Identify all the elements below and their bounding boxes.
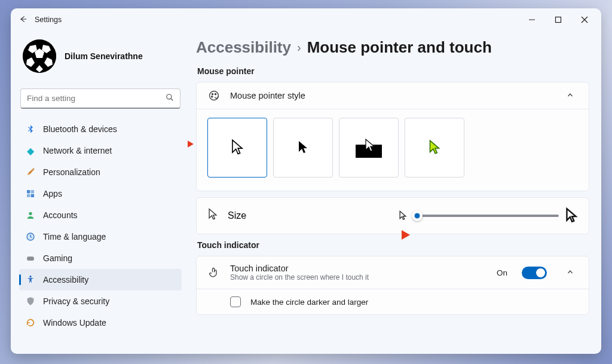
sidebar-item-label: Bluetooth & devices bbox=[43, 124, 117, 134]
svg-point-17 bbox=[29, 212, 32, 215]
section-title-pointer: Mouse pointer bbox=[197, 66, 589, 76]
minimize-button[interactable] bbox=[519, 11, 545, 29]
chevron-up-icon[interactable] bbox=[562, 91, 578, 100]
sidebar-item-label: Privacy & security bbox=[43, 296, 109, 306]
sidebar: Dilum Senevirathne Bluetooth & devices◆N… bbox=[11, 31, 188, 354]
touch-darker-row: Make the circle darker and larger bbox=[197, 289, 589, 314]
toggle-state-label: On bbox=[497, 268, 507, 277]
titlebar: Settings bbox=[11, 8, 601, 31]
cursor-small-icon bbox=[399, 210, 407, 221]
svg-rect-14 bbox=[31, 190, 34, 193]
touch-indicator-label: Touch indicator bbox=[230, 264, 369, 273]
touch-icon bbox=[207, 267, 221, 279]
pointer-style-header[interactable]: Mouse pointer style bbox=[197, 82, 589, 109]
window-controls bbox=[519, 11, 598, 29]
svg-rect-19 bbox=[27, 256, 34, 261]
palette-icon bbox=[207, 90, 221, 102]
apps-icon bbox=[25, 188, 36, 199]
pointer-style-black[interactable] bbox=[273, 118, 333, 178]
sidebar-item-label: Time & language bbox=[43, 232, 106, 241]
svg-rect-1 bbox=[556, 17, 561, 23]
sidebar-item-bluetooth-devices[interactable]: Bluetooth & devices bbox=[19, 118, 182, 140]
pointer-style-custom[interactable] bbox=[405, 118, 464, 178]
maximize-button[interactable] bbox=[545, 11, 571, 29]
svg-rect-15 bbox=[27, 194, 30, 197]
breadcrumb: Accessibility › Mouse pointer and touch bbox=[196, 38, 589, 57]
slider-thumb[interactable] bbox=[412, 210, 423, 221]
sidebar-item-label: Accounts bbox=[43, 210, 78, 220]
svg-point-22 bbox=[212, 93, 213, 94]
clock-icon bbox=[25, 231, 36, 242]
sidebar-item-label: Gaming bbox=[43, 253, 72, 263]
annotation-arrow-2 bbox=[384, 227, 411, 243]
pointer-size-slider[interactable] bbox=[413, 215, 559, 217]
sidebar-item-accessibility[interactable]: Accessibility bbox=[19, 269, 182, 290]
svg-point-21 bbox=[210, 91, 219, 100]
cursor-icon bbox=[207, 208, 218, 224]
chevron-right-icon: › bbox=[297, 41, 301, 54]
sidebar-item-label: Personalization bbox=[43, 167, 100, 177]
close-button[interactable] bbox=[571, 11, 598, 29]
wifi-icon: ◆ bbox=[25, 145, 36, 156]
svg-point-23 bbox=[215, 93, 216, 94]
bluetooth-icon bbox=[25, 124, 36, 134]
accessibility-icon bbox=[25, 274, 36, 285]
touch-indicator-toggle[interactable] bbox=[522, 267, 547, 279]
sidebar-item-time-language[interactable]: Time & language bbox=[19, 226, 182, 247]
pointer-style-white[interactable] bbox=[207, 118, 267, 178]
profile-block[interactable]: Dilum Senevirathne bbox=[19, 31, 182, 88]
breadcrumb-parent[interactable]: Accessibility bbox=[196, 38, 291, 57]
pointer-size-label: Size bbox=[228, 210, 246, 221]
sidebar-item-accounts[interactable]: Accounts bbox=[19, 204, 182, 226]
sidebar-item-label: Apps bbox=[43, 189, 62, 198]
search-box[interactable] bbox=[20, 88, 180, 109]
pointer-style-inverted[interactable] bbox=[339, 118, 399, 178]
svg-point-20 bbox=[29, 276, 31, 277]
shield-icon bbox=[25, 296, 36, 307]
brush-icon bbox=[25, 167, 36, 178]
sidebar-item-personalization[interactable]: Personalization bbox=[19, 161, 182, 183]
sidebar-item-windows-update[interactable]: Windows Update bbox=[19, 312, 182, 334]
sidebar-item-privacy-security[interactable]: Privacy & security bbox=[19, 290, 182, 312]
pointer-style-card: Mouse pointer style bbox=[196, 82, 589, 191]
svg-rect-16 bbox=[31, 194, 34, 197]
touch-indicator-sub: Show a circle on the screen where I touc… bbox=[230, 273, 369, 282]
svg-line-12 bbox=[171, 99, 173, 101]
game-icon bbox=[25, 253, 36, 264]
page-title: Mouse pointer and touch bbox=[307, 38, 492, 57]
person-icon bbox=[25, 210, 36, 221]
touch-indicator-card: Touch indicator Show a circle on the scr… bbox=[196, 256, 589, 315]
pointer-style-label: Mouse pointer style bbox=[230, 91, 305, 100]
sidebar-item-label: Windows Update bbox=[43, 318, 106, 328]
cursor-large-icon bbox=[565, 207, 578, 224]
sidebar-item-label: Accessibility bbox=[43, 275, 88, 285]
sidebar-item-gaming[interactable]: Gaming bbox=[19, 247, 182, 269]
search-input[interactable] bbox=[27, 94, 166, 103]
back-button[interactable] bbox=[14, 15, 32, 25]
touch-indicator-row: Touch indicator Show a circle on the scr… bbox=[197, 256, 589, 289]
window-title: Settings bbox=[35, 16, 62, 24]
touch-darker-checkbox[interactable] bbox=[230, 296, 241, 307]
svg-rect-13 bbox=[27, 190, 30, 193]
svg-point-24 bbox=[212, 96, 213, 97]
annotation-arrow-1 bbox=[188, 136, 195, 152]
sidebar-item-apps[interactable]: Apps bbox=[19, 183, 182, 204]
main-panel: Accessibility › Mouse pointer and touch … bbox=[188, 31, 601, 354]
sidebar-item-label: Network & internet bbox=[43, 146, 112, 155]
sidebar-item-network-internet[interactable]: ◆Network & internet bbox=[19, 140, 182, 161]
avatar bbox=[23, 39, 56, 73]
pointer-style-options bbox=[197, 109, 589, 191]
svg-point-11 bbox=[167, 94, 172, 99]
pointer-size-slider-group bbox=[399, 207, 578, 224]
profile-name: Dilum Senevirathne bbox=[65, 51, 143, 61]
chevron-up-icon[interactable] bbox=[562, 268, 578, 277]
search-icon bbox=[166, 93, 174, 103]
nav-list: Bluetooth & devices◆Network & internetPe… bbox=[19, 118, 182, 354]
update-icon bbox=[25, 317, 36, 328]
touch-darker-label: Make the circle darker and larger bbox=[250, 298, 368, 307]
settings-window: Settings bbox=[11, 8, 601, 354]
